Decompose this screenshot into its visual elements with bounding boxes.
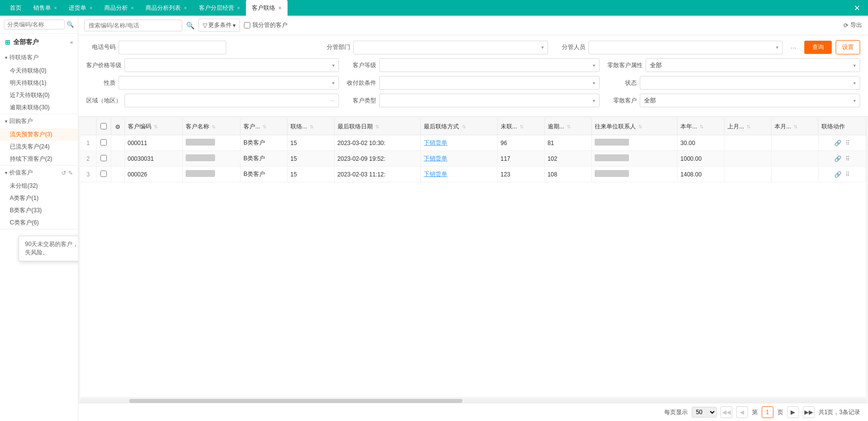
contact-method-link[interactable]: 下销货单 (424, 139, 447, 146)
region-select[interactable]: ··· (124, 94, 339, 107)
sidebar-item-lost[interactable]: 已流失客户(24) (0, 141, 78, 153)
customer-type-select[interactable]: ▾ (379, 94, 600, 107)
settings-button[interactable]: 设置 (836, 40, 860, 54)
tab-product-list[interactable]: 商品分析列表 × (140, 0, 193, 16)
pending-contact-title[interactable]: ▾ 待联络客户 (0, 50, 78, 65)
col-last-contact-date[interactable]: 最后联络日期 ⇅ (334, 119, 421, 135)
col-customer-name[interactable]: 客户名称 ⇅ (182, 119, 240, 135)
cell-last-contact-method[interactable]: 下销货单 (421, 135, 497, 151)
tab-customer-contact[interactable]: 客户联络 × (246, 0, 287, 16)
export-button[interactable]: ⟳ 导出 (844, 21, 862, 29)
col-customer-code[interactable]: 客户编码 ⇅ (124, 119, 182, 135)
contact-action-more-icon[interactable]: ⠿ (845, 140, 850, 147)
contact-action-more-icon[interactable]: ⠿ (845, 155, 850, 162)
horizontal-scrollbar-thumb[interactable] (129, 399, 462, 403)
row-checkbox[interactable] (100, 155, 107, 161)
col-this-year[interactable]: 本年... ⇅ (677, 119, 724, 135)
sidebar-search-icon[interactable]: 🔍 (67, 21, 74, 28)
sidebar-item-tomorrow-contact[interactable]: 明天待联络(1) (0, 77, 78, 89)
window-close-button[interactable]: ✕ (850, 3, 864, 13)
dept-select[interactable]: ▾ (353, 41, 548, 54)
prev-page-button[interactable]: ◀ (736, 406, 748, 418)
sidebar-item-class-b[interactable]: B类客户(33) (0, 204, 78, 217)
per-page-select[interactable]: 50 10 20 100 (692, 407, 717, 418)
col-this-month[interactable]: 本月... ⇅ (771, 119, 818, 135)
col-overdue[interactable]: 逾期... ⇅ (544, 119, 591, 135)
cell-last-contact-method[interactable]: 下销货单 (421, 151, 497, 167)
close-product-list-tab[interactable]: × (184, 5, 187, 11)
customer-tier-select[interactable]: ▾ (379, 58, 600, 72)
lost-customers-title[interactable]: ▾ 回购客户 (0, 114, 78, 128)
more-conditions-button[interactable]: ▽ 更多条件 ▾ (198, 19, 240, 32)
cell-contact-action[interactable]: 🔗 ⠿ (818, 151, 866, 167)
cell-contact-action[interactable]: 🔗 ⠿ (818, 167, 866, 182)
sidebar-item-7day-contact[interactable]: 近7天待联络(0) (0, 89, 78, 101)
all-customers-header[interactable]: ⊞ 全部客户 « (0, 34, 78, 50)
next-page-button[interactable]: ▶ (787, 406, 799, 418)
sidebar-item-today-contact[interactable]: 今天待联络(0) (0, 65, 78, 77)
col-last-contact-method[interactable]: 最后联络方式 ⇅ (421, 119, 497, 135)
tab-product-analysis[interactable]: 商品分析 × (98, 0, 140, 16)
search-button[interactable]: 🔍 (186, 22, 194, 29)
tab-purchase[interactable]: 进货单 × (63, 0, 98, 16)
value-customers-title[interactable]: ▾ 价值客户 ↺ ✎ (0, 166, 78, 180)
tab-customer-tier[interactable]: 客户分层经营 × (193, 0, 246, 16)
contact-action-link-icon[interactable]: 🔗 (834, 140, 842, 147)
close-customer-tier-tab[interactable]: × (237, 5, 240, 11)
close-sales-tab[interactable]: × (54, 5, 57, 11)
status-label: 状态 (607, 79, 637, 87)
nature-select[interactable]: ▾ (119, 76, 339, 90)
last-page-button[interactable]: ▶▶ (803, 406, 815, 418)
sidebar-item-declining[interactable]: 持续下滑客户(2) (0, 153, 78, 165)
contact-action-more-icon[interactable]: ⠿ (845, 171, 850, 178)
row-checkbox[interactable] (100, 171, 107, 177)
cell-last-contact-method[interactable]: 下销货单 (421, 167, 497, 182)
contact-method-link[interactable]: 下销货单 (424, 155, 447, 162)
col-contact[interactable]: 联络... ⇅ (287, 119, 334, 135)
payment-select[interactable]: ▾ (379, 76, 600, 90)
col-customer-type[interactable]: 客户... ⇅ (240, 119, 287, 135)
sidebar-search-input[interactable] (4, 20, 65, 29)
query-button[interactable]: 查询 (804, 41, 832, 54)
row-checkbox[interactable] (100, 139, 107, 146)
cell-checkbox[interactable] (96, 135, 111, 151)
cell-checkbox[interactable] (96, 167, 111, 182)
cell-checkbox[interactable] (96, 151, 111, 167)
close-customer-contact-tab[interactable]: × (278, 5, 281, 11)
my-customers-checkbox-area[interactable]: 我分管的客户 (244, 21, 288, 29)
first-page-button[interactable]: ◀◀ (721, 406, 732, 418)
close-purchase-tab[interactable]: × (89, 5, 92, 11)
status-select[interactable]: ▾ (640, 76, 860, 90)
select-all-checkbox[interactable] (100, 123, 107, 129)
my-customers-checkbox[interactable] (244, 22, 250, 28)
horizontal-scrollbar[interactable] (80, 399, 866, 403)
col-unit-contact[interactable]: 往来单位联系人 ⇅ (591, 119, 677, 135)
close-product-analysis-tab[interactable]: × (131, 5, 134, 11)
col-last-month[interactable]: 上月... ⇅ (724, 119, 772, 135)
lost-customers-label: 回购客户 (9, 117, 33, 125)
person-select[interactable]: ▾ (588, 41, 783, 54)
col-uncontacted[interactable]: 未联... ⇅ (497, 119, 544, 135)
scattered-attr-select[interactable]: 全部 ▾ (646, 58, 860, 72)
edit-icon[interactable]: ✎ (68, 170, 73, 176)
contact-action-link-icon[interactable]: 🔗 (834, 155, 842, 162)
tab-home[interactable]: 首页 (4, 0, 27, 16)
sidebar-item-ungroup[interactable]: 未分组(32) (0, 180, 78, 192)
col-checkbox[interactable] (96, 119, 111, 135)
contact-action-link-icon[interactable]: 🔗 (834, 171, 842, 178)
cell-contact-action[interactable]: 🔗 ⠿ (818, 135, 866, 151)
sidebar-item-loss-warning[interactable]: 流失预警客户(3) (0, 128, 78, 141)
tab-sales[interactable]: 销售单 × (27, 0, 63, 16)
sidebar-item-class-a[interactable]: A类客户(1) (0, 192, 78, 204)
sidebar-item-overdue-contact[interactable]: 逾期未联络(30) (0, 101, 78, 114)
sidebar-collapse-button[interactable]: « (70, 39, 73, 45)
refresh-icon[interactable]: ↺ (61, 170, 66, 176)
contact-method-link[interactable]: 下销货单 (424, 171, 447, 177)
phone-input[interactable] (119, 41, 226, 54)
scattered-customer-select[interactable]: 全部 ▾ (640, 94, 860, 107)
col-settings[interactable]: ⚙ (111, 119, 124, 135)
search-input[interactable] (84, 20, 182, 31)
row1-more-button[interactable]: ··· (791, 44, 796, 51)
sidebar-item-class-c[interactable]: C类客户(6) (0, 217, 78, 229)
price-tier-select[interactable]: ▾ (124, 58, 339, 72)
